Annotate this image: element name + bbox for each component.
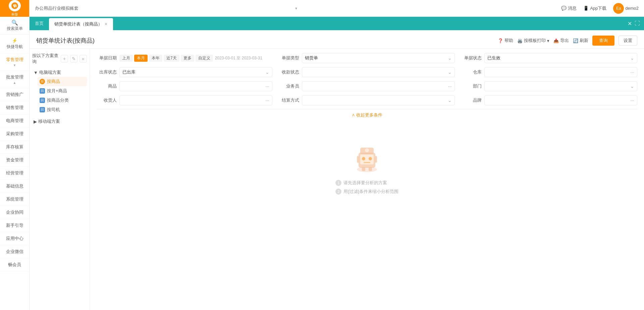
message-btn[interactable]: 💬 消息 [561, 5, 577, 11]
goods-input[interactable] [119, 81, 272, 91]
sidebar-nav-marketing[interactable]: 营销推广 [0, 88, 29, 101]
date-tag-7days[interactable]: 近7天 [164, 55, 179, 62]
settings-button[interactable]: 设置 [619, 36, 637, 46]
app-subtitle: 标版 [11, 12, 18, 17]
payment-status-select[interactable] [302, 67, 455, 77]
by-month-goods-icon: 回 [40, 88, 45, 94]
filter-item-doc-status: 单据状态 已生效 [462, 53, 637, 63]
date-label: 单据日期 [97, 55, 117, 61]
date-tag-last-month[interactable]: 上月 [119, 55, 133, 62]
by-goods-cat-icon: 回 [40, 98, 45, 103]
basic-label: 基础信息 [6, 183, 23, 189]
date-tag-this-month[interactable]: 本月 [134, 55, 148, 62]
sidebar-nav-guide[interactable]: 新手引导 [0, 219, 29, 232]
svg-rect-9 [375, 156, 377, 163]
operations-label: 经营管理 [6, 170, 23, 176]
finance-label: 资金管理 [6, 157, 23, 163]
filter-row-4: 收货人 结算方式 [97, 95, 637, 106]
out-status-select[interactable]: 已出库 [119, 67, 272, 77]
tree-expand-icon: ▼ [34, 70, 38, 75]
retail-expand-icon: ▼ [13, 63, 16, 67]
tab-stats[interactable]: 销货单统计表（按商品） ✕ [49, 18, 113, 30]
sidebar-nav-member[interactable]: 畅会员 [0, 258, 29, 271]
out-status-label: 出库状态 [97, 69, 117, 75]
sidebar-nav-basic[interactable]: 基础信息 [0, 180, 29, 193]
payment-method-label: 结算方式 [279, 97, 299, 103]
edit-scheme-btn[interactable]: ✎ [70, 55, 77, 62]
payment-method-select[interactable] [302, 95, 455, 105]
brand-label: 品牌 [462, 97, 482, 103]
tree-section-pc: ▼ 电脑端方案 按 按商品 回 按月+商品 回 [32, 68, 87, 114]
doc-status-select[interactable]: 已生效 [484, 53, 637, 63]
sidebar-search[interactable]: 🔍 帮助 搜索菜单 [0, 17, 29, 35]
date-range-value: 2023-03-01 至 2023-03-31 [215, 55, 262, 61]
tab-close-all-icon[interactable]: ✕ [628, 20, 632, 27]
brand-input[interactable] [484, 95, 637, 105]
date-tag-custom[interactable]: 自定义 [196, 55, 213, 62]
svg-text:畅: 畅 [13, 4, 16, 8]
sidebar-nav-operations[interactable]: 经营管理 [0, 167, 29, 180]
tree-parent-mobile[interactable]: ▶ 移动端方案 [32, 117, 87, 126]
retail-label: 零售管理 [6, 57, 23, 63]
sidebar-nav-ecom[interactable]: 电商管理 [0, 114, 29, 127]
sidebar-nav-finance[interactable]: 资金管理 [0, 154, 29, 167]
sidebar-nav-apps[interactable]: 应用中心 [0, 232, 29, 245]
user-menu[interactable]: Ea demo2 [613, 3, 639, 14]
filter-row-3: 商品 业务员 [97, 81, 637, 92]
sidebar-nav-quick[interactable]: ⚡ 快捷导航 [0, 35, 29, 53]
empty-tip-1: 1 请先选择要分析的方案 [335, 180, 398, 186]
sidebar-nav-inventory[interactable]: 库存核算 [0, 141, 29, 154]
app-download-btn[interactable]: 📱 App下载 [583, 5, 606, 11]
sidebar-nav-purchase[interactable]: 采购管理 [0, 127, 29, 141]
dept-label: 部门 [462, 83, 482, 89]
tab-maximize-icon[interactable]: ⛶ [635, 20, 640, 27]
empty-state: 1 请先选择要分析的方案 2 用[过滤]条件来缩小分析范围 [97, 121, 637, 215]
export-btn[interactable]: 📤 导出 [553, 38, 569, 44]
date-tag-this-year[interactable]: 本年 [149, 55, 162, 62]
doc-status-label: 单据状态 [462, 55, 482, 61]
message-icon: 💬 [561, 6, 567, 11]
collapse-panel-btn[interactable]: « [79, 55, 87, 62]
help-btn[interactable]: ❓ 帮助 [498, 38, 513, 44]
warehouse-input[interactable] [484, 67, 637, 77]
tab-home-label: 首页 [35, 20, 44, 27]
template-print-btn[interactable]: 🖨️ 按模板打印 ▾ [517, 38, 549, 44]
sidebar-nav-collab[interactable]: 企业协同 [0, 206, 29, 219]
sidebar-nav-system[interactable]: 系统管理 [0, 193, 29, 206]
tree-children-pc: 按 按商品 回 按月+商品 回 按商品分类 回 [32, 77, 87, 114]
sidebar-nav-wholesale[interactable]: 批发管理 ▲ [0, 71, 29, 88]
left-panel-title: 按以下方案查询 [32, 53, 61, 65]
sidebar-nav-retail[interactable]: 零售管理 ▼ [0, 53, 29, 71]
sidebar-nav-sales[interactable]: 销售管理 [0, 101, 29, 114]
date-tag-more[interactable]: 更多 [181, 55, 194, 62]
tabbar: 首页 销货单统计表（按商品） ✕ ✕ ⛶ [30, 17, 644, 30]
by-goods-label: 按商品 [47, 79, 60, 85]
refresh-label: 刷新 [580, 38, 588, 44]
filter-item-brand: 品牌 [462, 95, 637, 106]
workspace-dropdown[interactable]: ▾ [295, 6, 297, 11]
doc-status-value: 已生效 [487, 55, 500, 61]
export-icon: 📤 [553, 38, 559, 43]
tree-parent-pc[interactable]: ▼ 电脑端方案 [32, 68, 87, 77]
refresh-btn[interactable]: 🔄 刷新 [573, 38, 588, 44]
salesman-input[interactable] [302, 81, 455, 91]
tree-child-by-goods[interactable]: 按 按商品 [38, 77, 87, 86]
by-warehouse-icon: 回 [40, 107, 45, 112]
tree-child-by-warehouse[interactable]: 回 按司机 [38, 105, 87, 114]
filter-item-dept: 部门 [462, 81, 637, 92]
page-actions: ❓ 帮助 🖨️ 按模板打印 ▾ 📤 导出 🔄 刷新 查询 设置 [498, 36, 637, 46]
collapse-conditions-btn[interactable]: ∧ 收起更多条件 [97, 109, 637, 121]
out-status-value: 已出库 [122, 69, 136, 75]
svg-rect-11 [369, 167, 372, 171]
add-scheme-btn[interactable]: + [61, 55, 68, 62]
tree-child-by-goods-cat[interactable]: 回 按商品分类 [38, 96, 87, 105]
sidebar-nav-wechat[interactable]: 企业微信 [0, 245, 29, 258]
dept-select[interactable] [484, 81, 637, 91]
tab-home[interactable]: 首页 [30, 17, 49, 30]
tab-close-icon[interactable]: ✕ [104, 22, 108, 27]
by-warehouse-label: 按司机 [47, 107, 60, 113]
doc-type-select[interactable]: 销货单 [302, 53, 455, 63]
query-button[interactable]: 查询 [592, 36, 614, 46]
receiver-input[interactable] [119, 95, 272, 105]
tree-child-by-month-goods[interactable]: 回 按月+商品 [38, 86, 87, 96]
